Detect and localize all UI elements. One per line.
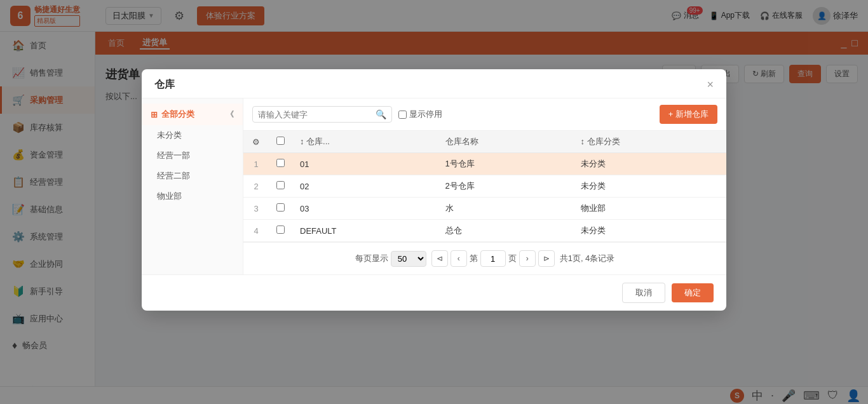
page-size-select: 每页显示 50 100 200 xyxy=(355,251,426,267)
modal-sidebar: ⊞ 全部分类 《 未分类 经营一部 经营二部 物业部 xyxy=(142,98,243,274)
row-category-3: 物业部 xyxy=(573,198,726,220)
warehouse-table: ⚙ ↕ 仓库... 仓库名称 ↕ 仓库分类 1 01 1号仓库 xyxy=(243,131,726,242)
category-ops2[interactable]: 经营二部 xyxy=(142,166,243,186)
row-category-2: 未分类 xyxy=(573,175,726,198)
modal-header: 仓库 × xyxy=(142,69,726,98)
add-warehouse-button[interactable]: + 新增仓库 xyxy=(660,105,717,124)
col-name: 仓库名称 xyxy=(438,131,573,153)
row-name-4: 总仓 xyxy=(438,220,573,242)
row-name-2: 2号仓库 xyxy=(438,175,573,198)
category-property[interactable]: 物业部 xyxy=(142,186,243,206)
row-name-3: 水 xyxy=(438,198,573,220)
table-row[interactable]: 4 DEFAULT 总仓 未分类 xyxy=(243,220,726,242)
settings-col-icon: ⚙ xyxy=(252,137,260,147)
collapse-icon[interactable]: 《 xyxy=(226,109,234,120)
page-total: 共1页, 4条记录 xyxy=(560,253,615,264)
modal-title: 仓库 xyxy=(154,78,175,91)
row-settings-3: 3 xyxy=(243,198,269,220)
all-categories-header[interactable]: ⊞ 全部分类 《 xyxy=(142,104,243,125)
row-category-4: 未分类 xyxy=(573,220,726,242)
page-prev-button[interactable]: ‹ xyxy=(451,250,467,267)
modal-body: ⊞ 全部分类 《 未分类 经营一部 经营二部 物业部 🔍 显示停用 + xyxy=(142,98,726,274)
confirm-button[interactable]: 确定 xyxy=(672,283,714,302)
modal-footer: 取消 确定 xyxy=(142,274,726,311)
col-settings: ⚙ xyxy=(243,131,269,153)
row-code-2: 02 xyxy=(292,175,438,198)
show-disabled-label: 显示停用 xyxy=(398,109,442,120)
select-all-checkbox[interactable] xyxy=(276,137,285,145)
row-checkbox-2[interactable] xyxy=(269,175,292,198)
modal-toolbar: 🔍 显示停用 + 新增仓库 xyxy=(243,98,726,131)
row-category-1: 未分类 xyxy=(573,153,726,175)
table-row[interactable]: 1 01 1号仓库 未分类 xyxy=(243,153,726,175)
modal-close-button[interactable]: × xyxy=(707,78,714,91)
page-next-button[interactable]: › xyxy=(519,250,536,267)
row-code-3: 03 xyxy=(292,198,438,220)
modal-main: 🔍 显示停用 + 新增仓库 ⚙ ↕ 仓库... 仓库名称 xyxy=(243,98,726,274)
row-checkbox-3[interactable] xyxy=(269,198,292,220)
grid-icon: ⊞ xyxy=(151,110,158,119)
row-code-4: DEFAULT xyxy=(292,220,438,242)
search-icon[interactable]: 🔍 xyxy=(376,109,386,119)
table-row[interactable]: 3 03 水 物业部 xyxy=(243,198,726,220)
col-code: ↕ 仓库... xyxy=(292,131,438,153)
show-disabled-checkbox[interactable] xyxy=(398,111,407,119)
category-unclassified[interactable]: 未分类 xyxy=(142,125,243,145)
row-name-1: 1号仓库 xyxy=(438,153,573,175)
category-all-label: 全部分类 xyxy=(161,109,194,120)
row-code-1: 01 xyxy=(292,153,438,175)
col-category: ↕ 仓库分类 xyxy=(573,131,726,153)
row-checkbox-1[interactable] xyxy=(269,153,292,175)
search-box: 🔍 xyxy=(252,106,392,123)
pagination: 每页显示 50 100 200 ⊲ ‹ 第 页 › ⊳ 共1页, 4条记 xyxy=(243,242,726,274)
row-settings-4: 4 xyxy=(243,220,269,242)
col-checkbox xyxy=(269,131,292,153)
table-row[interactable]: 2 02 2号仓库 未分类 xyxy=(243,175,726,198)
page-size-dropdown[interactable]: 50 100 200 xyxy=(391,251,426,267)
category-ops1[interactable]: 经营一部 xyxy=(142,145,243,166)
page-nav: ⊲ ‹ 第 页 › ⊳ xyxy=(431,250,555,267)
warehouse-modal: 仓库 × ⊞ 全部分类 《 未分类 经营一部 经营二部 物业部 🔍 xyxy=(142,69,726,311)
row-settings-2: 2 xyxy=(243,175,269,198)
row-settings-1: 1 xyxy=(243,153,269,175)
page-number-input[interactable] xyxy=(480,250,506,267)
cancel-button[interactable]: 取消 xyxy=(622,283,665,303)
page-first-button[interactable]: ⊲ xyxy=(431,250,448,267)
page-last-button[interactable]: ⊳ xyxy=(538,250,555,267)
search-input[interactable] xyxy=(258,110,372,119)
row-checkbox-4[interactable] xyxy=(269,220,292,242)
